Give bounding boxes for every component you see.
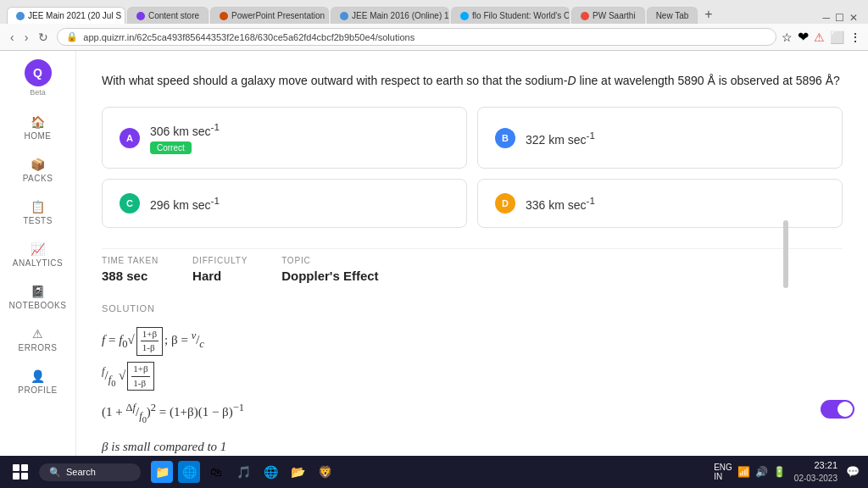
audio-icon[interactable]: 🔊 [755,466,768,478]
menu-icon[interactable]: ⋮ [849,30,861,44]
taskbar-files[interactable]: 📂 [287,461,309,483]
time-taken-label: TIME TAKEN [102,256,159,265]
new-tab-button[interactable]: + [699,5,717,24]
tab-pw[interactable]: PW Saarthi [571,7,645,24]
option-circle-d: D [495,193,515,214]
chrome-icon: 🌐 [264,465,278,479]
difficulty-label: DIFFICULTY [192,256,248,265]
tab-content-store[interactable]: Content store [127,7,209,24]
difficulty-value: Hard [192,269,248,283]
date-display: 02-03-2023 [794,473,837,485]
time-display: 23:21 [794,459,837,472]
sidebar-item-notebooks[interactable]: 📓 NOTEBOOKS [4,278,72,317]
lock-icon: 🔒 [66,31,78,42]
alert-icon[interactable]: ⚠ [814,30,825,44]
sidebar-item-tests[interactable]: 📋 TESTS [4,193,72,232]
tab-favicon [220,12,228,20]
toggle-knob [837,402,853,417]
files-icon: 📂 [291,465,305,479]
close-button[interactable]: ✕ [849,12,858,24]
taskbar-store[interactable]: 🛍 [205,461,227,483]
taskbar-system-icons: ENGIN 📶 🔊 🔋 [714,463,786,481]
wifi-icon[interactable]: 📶 [737,466,750,478]
tab-jee-2016[interactable]: JEE Main 2016 (Online) 10: [331,7,449,24]
tab-new[interactable]: New Tab [647,7,698,24]
tab-filo[interactable]: flo Filo Student: World's Only [451,7,570,24]
browser-tabs: JEE Main 2021 (20 Jul S ✕ Content store … [0,0,868,24]
start-button[interactable] [8,460,32,484]
option-a[interactable]: A 306 km sec-1 Correct [102,107,467,169]
sidebar-item-profile[interactable]: 👤 PROFILE [4,363,72,402]
option-b[interactable]: B 322 km sec-1 [477,107,843,169]
taskbar-chrome[interactable]: 🌐 [259,461,281,483]
option-circle-a: A [120,128,140,148]
search-label: Search [66,467,96,477]
solution-section: SOLUTION f = f0√1+β1-β; β = v/c f/f0 √1+… [102,303,843,456]
url-text[interactable]: app.quizrr.in/62c5ca493f85644353f2e168/6… [83,32,415,42]
sidebar-item-errors[interactable]: ⚠ ERRORS [4,320,72,359]
extensions-icon[interactable]: ⬜ [830,30,844,44]
bookmark-icon[interactable]: ☆ [782,30,793,44]
tab-jee-main[interactable]: JEE Main 2021 (20 Jul S ✕ [7,7,125,24]
address-bar: ‹ › ↻ 🔒 app.quizrr.in/62c5ca493f85644353… [0,24,868,51]
sidebar-item-home[interactable]: 🏠 HOME [4,108,72,147]
sidebar-item-label: ANALYTICS [13,258,63,268]
notifications-icon[interactable]: 💬 [846,465,860,478]
sidebar-item-label: HOME [25,131,52,141]
sidebar-item-packs[interactable]: 📦 PACKS [4,151,72,190]
options-grid: A 306 km sec-1 Correct B 322 km sec-1 C … [102,107,843,228]
maximize-button[interactable]: ☐ [835,12,844,24]
tab-favicon [340,12,348,20]
store-icon: 🛍 [210,465,222,479]
math-line-2: f/f0 √1+β1-β [102,361,843,392]
sidebar: Q Beta 🏠 HOME 📦 PACKS 📋 TESTS 📈 ANALYTIC… [0,51,76,456]
taskbar: 🔍 Search 📁 🌐 🛍 🎵 🌐 📂 🦁 ENGIN 📶 🔊 [0,456,868,488]
logo-icon: Q [25,59,52,86]
topic-label: TOPIC [281,256,378,265]
errors-icon: ⚠ [32,327,43,341]
tab-favicon [581,12,589,20]
battery-icon[interactable]: 🔋 [773,466,786,478]
forward-button[interactable]: › [21,29,32,46]
minimize-button[interactable]: ─ [822,12,830,24]
sidebar-item-label: PACKS [23,174,53,183]
correct-badge: Correct [150,141,192,154]
address-input[interactable]: 🔒 app.quizrr.in/62c5ca493f85644353f2e168… [57,28,776,46]
profile-nav-icon: 👤 [31,369,45,383]
tests-icon: 📋 [31,200,45,214]
option-c-text: 296 km sec-1 [150,195,220,212]
topic-stat: TOPIC Doppler's Effect [281,256,378,283]
app-body: Q Beta 🏠 HOME 📦 PACKS 📋 TESTS 📈 ANALYTIC… [0,51,868,456]
taskbar-search[interactable]: 🔍 Search [39,463,141,481]
tab-label: Content store [148,11,199,20]
math-line-4: β is small compared to 1 [102,434,843,456]
option-b-value: 322 km sec-1 [526,130,595,147]
taskbar-spotify[interactable]: 🎵 [232,461,254,483]
toggle-container [821,400,854,419]
scrollbar[interactable] [783,220,788,288]
toggle-switch[interactable] [821,400,854,419]
taskbar-explorer[interactable]: 📁 [151,461,173,483]
taskbar-clock: 23:21 02-03-2023 [794,459,837,484]
solution-label: SOLUTION [102,303,843,313]
analytics-icon: 📈 [31,242,45,256]
option-c[interactable]: C 296 km sec-1 [102,179,467,228]
difficulty-stat: DIFFICULTY Hard [192,256,248,283]
language-icon: ENGIN [714,463,732,481]
profile-icon[interactable]: ❤ [798,29,809,45]
reload-button[interactable]: ↻ [35,29,52,46]
option-a-value: 306 km sec-1 [150,121,220,138]
tab-label: JEE Main 2016 (Online) 10: [352,11,449,20]
option-b-text: 322 km sec-1 [526,130,595,147]
back-button[interactable]: ‹ [7,29,18,46]
taskbar-edge[interactable]: 🌐 [178,461,200,483]
solution-content: f = f0√1+β1-β; β = v/c f/f0 √1+β1-β (1 +… [102,325,843,456]
sidebar-item-analytics[interactable]: 📈 ANALYTICS [4,236,72,274]
app-logo: Q Beta [25,59,52,97]
taskbar-right: ENGIN 📶 🔊 🔋 23:21 02-03-2023 💬 [714,459,860,484]
tab-powerpoint[interactable]: PowerPoint Presentation [210,7,329,24]
taskbar-brave[interactable]: 🦁 [314,461,336,483]
packs-icon: 📦 [31,158,45,171]
time-taken-stat: TIME TAKEN 388 sec [102,256,159,283]
option-d-value: 336 km sec-1 [526,195,595,212]
